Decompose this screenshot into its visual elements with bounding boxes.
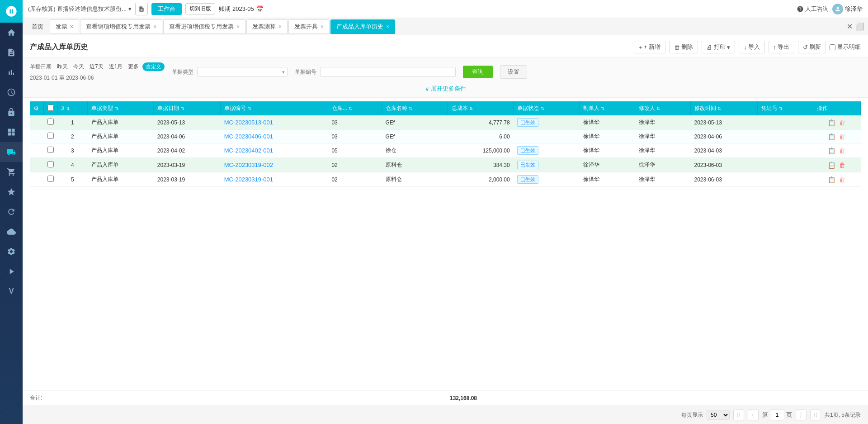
code-link-0[interactable]: MC-20230513-001 — [224, 119, 273, 126]
filter-no-input[interactable] — [320, 67, 456, 77]
row-checkbox-3[interactable] — [47, 161, 54, 167]
prev-page-button[interactable]: ⟨ — [748, 410, 759, 420]
select-all-checkbox[interactable] — [47, 105, 54, 111]
sidebar-item-star[interactable] — [0, 182, 23, 202]
row-checkbox-4[interactable] — [47, 176, 54, 182]
tab-invoice-open-close[interactable]: × — [321, 24, 324, 30]
tab-invoice-calc[interactable]: 发票测算 × — [246, 19, 288, 34]
sidebar-item-lock[interactable] — [0, 102, 23, 122]
search-button[interactable]: 查询 — [463, 66, 493, 78]
close-all-tabs-button[interactable]: ✕ — [847, 22, 853, 31]
shortcut-today[interactable]: 今天 — [71, 62, 86, 71]
export-button[interactable]: ↑ 导出 — [769, 41, 795, 53]
sidebar-item-chart[interactable] — [0, 62, 23, 82]
tab-invoice-calc-close[interactable]: × — [278, 24, 282, 30]
th-checkbox[interactable] — [43, 101, 57, 115]
service-button[interactable]: 人工咨询 — [797, 5, 829, 13]
cell-modifier: 徐泽华 — [635, 143, 691, 158]
sidebar-item-refresh[interactable] — [0, 202, 23, 222]
th-warehouse-code[interactable]: 仓库... ⇅ — [328, 101, 382, 115]
maximize-button[interactable]: ⬜ — [855, 22, 864, 31]
sidebar-item-clock[interactable] — [0, 82, 23, 102]
sidebar-item-play[interactable] — [0, 262, 23, 281]
next-page-button[interactable]: ⟩ — [796, 410, 807, 420]
new-button[interactable]: + + 新增 — [634, 41, 665, 53]
shortcut-custom[interactable]: 自定义 — [142, 62, 165, 71]
th-type[interactable]: 单据类型 ⇅ — [88, 101, 154, 115]
first-page-button[interactable]: ⟨⟨ — [733, 410, 744, 420]
last-page-button[interactable]: ⟩⟩ — [810, 410, 821, 420]
workbench-button[interactable]: 工作台 — [151, 3, 182, 15]
shortcut-more[interactable]: 更多 — [126, 62, 141, 71]
export-icon: ↑ — [774, 44, 777, 51]
doc-button[interactable] — [135, 3, 148, 15]
code-link-3[interactable]: MC-20230319-002 — [224, 162, 273, 168]
row-checkbox-1[interactable] — [47, 133, 54, 139]
sidebar-item-cloud[interactable] — [0, 222, 23, 242]
refresh-button[interactable]: ↺ 刷新 — [798, 41, 826, 53]
code-link-1[interactable]: MC-20230406-001 — [224, 133, 273, 140]
switch-old-version-button[interactable]: 切到旧版 — [185, 3, 215, 14]
delete-icon-4[interactable]: 🗑 — [839, 176, 845, 183]
per-page-select[interactable]: 10 20 50 100 — [707, 410, 730, 420]
display-detail-checkbox-label[interactable]: 显示明细 — [830, 43, 861, 51]
shortcut-yesterday[interactable]: 昨天 — [55, 62, 70, 71]
tab-check-purchase-close[interactable]: × — [236, 24, 240, 30]
row-checkbox-2[interactable] — [47, 147, 54, 153]
delete-icon-2[interactable]: 🗑 — [839, 147, 845, 154]
company-selector[interactable]: (库存核算) 直播轻述通信息技术股份... ▾ — [28, 5, 132, 13]
th-creator[interactable]: 制单人 ⇅ — [580, 101, 635, 115]
edit-icon-1[interactable]: 📋 — [828, 133, 835, 140]
th-modifier[interactable]: 修改人 ⇅ — [635, 101, 691, 115]
sidebar-item-document[interactable] — [0, 43, 23, 62]
delete-icon-0[interactable]: 🗑 — [839, 119, 845, 126]
tab-check-sales-close[interactable]: × — [153, 24, 156, 30]
th-warehouse-name[interactable]: 仓库名称 ⇅ — [382, 101, 448, 115]
import-button[interactable]: ↓ 导入 — [739, 41, 765, 53]
page-input[interactable] — [770, 410, 784, 420]
tab-invoice[interactable]: 发票 × — [50, 19, 79, 34]
code-link-2[interactable]: MC-20230402-001 — [224, 147, 273, 154]
tabbar: 首页 发票 × 查看销项增值税专用发票 × 查看进项增值税专用发票 × 发票测算… — [23, 18, 868, 35]
tab-check-purchase[interactable]: 查看进项增值税专用发票 × — [163, 19, 245, 34]
th-modify-time[interactable]: 修改时间 ⇅ — [691, 101, 758, 115]
tab-invoice-open[interactable]: 发票开具 × — [288, 19, 330, 34]
cell-warehouse-code: 02 — [328, 158, 382, 172]
sidebar-item-shopping[interactable] — [0, 162, 23, 182]
calendar-icon[interactable]: 📅 — [256, 5, 264, 13]
row-checkbox-0[interactable] — [47, 119, 54, 125]
th-date[interactable]: 单据日期 ⇅ — [154, 101, 221, 115]
edit-icon-0[interactable]: 📋 — [828, 119, 835, 126]
edit-icon-2[interactable]: 📋 — [828, 147, 835, 154]
company-dropdown-icon[interactable]: ▾ — [128, 5, 132, 12]
print-button[interactable]: 🖨 打印 ▾ — [702, 41, 735, 53]
tab-check-sales[interactable]: 查看销项增值税专用发票 × — [80, 19, 162, 34]
tab-warehouse-history[interactable]: 产成品入库单历史 × — [330, 19, 395, 34]
delete-icon-1[interactable]: 🗑 — [839, 133, 845, 140]
delete-button[interactable]: 🗑 删除 — [669, 41, 698, 53]
delete-icon-3[interactable]: 🗑 — [839, 162, 845, 169]
th-voucher[interactable]: 凭证号 ⇅ — [757, 101, 813, 115]
sidebar-item-home[interactable] — [0, 23, 23, 43]
tab-invoice-close[interactable]: × — [70, 24, 73, 30]
shortcut-1month[interactable]: 近1月 — [107, 62, 125, 71]
th-status[interactable]: 单据状态 ⇅ — [514, 101, 580, 115]
th-settings[interactable]: ⚙ — [30, 101, 43, 115]
sidebar-item-settings[interactable] — [0, 242, 23, 262]
shortcut-7days[interactable]: 近7天 — [88, 62, 105, 71]
tab-home[interactable]: 首页 — [26, 19, 49, 34]
code-link-4[interactable]: MC-20230319-001 — [224, 176, 273, 183]
expand-conditions-button[interactable]: ∨ 展开更多条件 — [425, 85, 466, 93]
th-total-cost[interactable]: 总成本 ⇅ — [448, 101, 513, 115]
sidebar-item-grid[interactable] — [0, 122, 23, 142]
reset-button[interactable]: 设置 — [500, 65, 527, 79]
display-detail-checkbox[interactable] — [830, 44, 835, 50]
sidebar-item-warehouse[interactable] — [0, 142, 23, 162]
edit-icon-3[interactable]: 📋 — [828, 162, 835, 169]
edit-icon-4[interactable]: 📋 — [828, 176, 835, 183]
tab-warehouse-history-close[interactable]: × — [386, 24, 389, 30]
filter-type-select[interactable]: 产品入库单 — [197, 67, 288, 77]
th-code[interactable]: 单据编号 ⇅ — [221, 101, 328, 115]
user-menu[interactable]: 徐泽华 — [832, 4, 863, 14]
sidebar-item-v[interactable]: V — [0, 281, 23, 301]
